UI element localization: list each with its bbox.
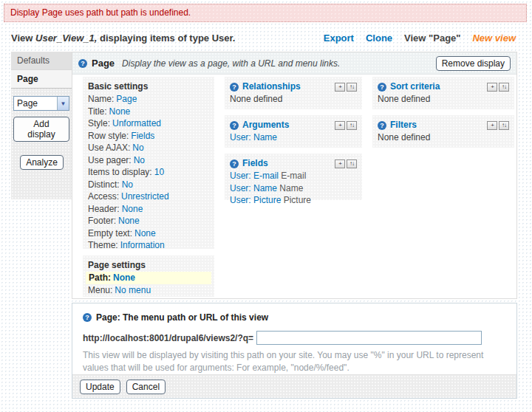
tab-defaults[interactable]: Defaults (11, 52, 72, 70)
add-icon[interactable]: + (487, 121, 497, 130)
view-actions: Export Clone View "Page" New view (324, 32, 516, 44)
basic-settings-heading: Basic settings (88, 80, 209, 93)
display-header: ? Page Display the view as a page, with … (72, 52, 516, 75)
field-row: User: Picture Picture (230, 194, 357, 207)
display-settings-box: ? Page Display the view as a page, with … (72, 52, 517, 299)
view-title-suffix: displaying items of type User. (97, 32, 235, 44)
view-header: View User_View_1, displaying items of ty… (11, 32, 525, 44)
setting-row-style-link[interactable]: Fields (131, 131, 154, 141)
page-settings-heading: Page settings (88, 259, 209, 272)
path-setting-row: Path:None (86, 272, 211, 284)
chevron-down-icon: ▼ (57, 97, 69, 110)
arguments-title-link[interactable]: Arguments (242, 119, 335, 131)
setting-row: Use AJAX:No (88, 142, 209, 154)
remove-display-button[interactable]: Remove display (436, 56, 511, 71)
rearrange-icon[interactable]: ↑↓ (347, 121, 357, 130)
setting-menu-link[interactable]: No menu (115, 285, 151, 295)
setting-style-link[interactable]: Unformatted (112, 118, 161, 128)
filters-empty: None defined (378, 131, 509, 144)
sort-criteria-panel: ? Sort criteria + ↑↓ None defined (372, 77, 514, 109)
setting-items-link[interactable]: 10 (154, 167, 164, 177)
help-icon[interactable]: ? (230, 83, 239, 92)
path-description: This view will be displayed by visiting … (83, 349, 508, 374)
rearrange-icon[interactable]: ↑↓ (499, 83, 509, 92)
rearrange-icon[interactable]: ↑↓ (347, 159, 357, 168)
arguments-panel: ? Arguments + ↑↓ User: Name (225, 115, 362, 148)
clone-link[interactable]: Clone (366, 32, 392, 44)
displays-sidebar: Defaults Page Page ▼ Add display Analyze (11, 52, 72, 199)
setting-row: Theme:Information (88, 239, 209, 252)
form-actions: Update Cancel (72, 374, 516, 398)
setting-row: Title:None (88, 106, 209, 118)
help-icon[interactable]: ? (83, 313, 92, 322)
setting-row: Use pager:No (88, 154, 209, 167)
field-email-link[interactable]: User: E-mail (230, 171, 279, 181)
add-icon[interactable]: + (335, 83, 345, 92)
analyze-button[interactable]: Analyze (20, 155, 64, 170)
path-url-row: http://localhost:8001/drupal6/views2/?q= (83, 331, 506, 345)
view-title: View User_View_1, displaying items of ty… (11, 32, 324, 44)
relationships-title-link[interactable]: Relationships (242, 80, 335, 93)
display-description: Display the view as a page, with a URL a… (122, 58, 436, 69)
setting-row: Footer:None (88, 215, 209, 227)
setting-ajax-link[interactable]: No (132, 143, 143, 153)
help-icon[interactable]: ? (378, 121, 386, 130)
rearrange-icon[interactable]: ↑↓ (499, 121, 509, 130)
setting-row: Access:Unrestricted (88, 190, 209, 203)
filters-title-link[interactable]: Filters (390, 119, 487, 131)
relationships-empty: None defined (230, 93, 357, 106)
url-prefix: http://localhost:8001/drupal6/views2/?q= (83, 333, 253, 343)
setting-row: Header:None (88, 203, 209, 216)
error-message: Display Page uses path but path is undef… (10, 7, 191, 18)
help-icon[interactable]: ? (378, 83, 386, 92)
path-form-title-row: ? Page: The menu path or URL of this vie… (83, 312, 506, 323)
display-type-select[interactable]: Page ▼ (13, 96, 69, 111)
fields-panel: ? Fields + ↑↓ User: E-mail E-mail User: … (225, 154, 362, 200)
sort-criteria-empty: None defined (378, 93, 509, 106)
setting-header-link[interactable]: None (122, 204, 143, 214)
add-icon[interactable]: + (335, 121, 345, 130)
tab-page[interactable]: Page (11, 70, 72, 89)
page-settings-panel: Page settings Path:None Menu:No menu (83, 255, 214, 297)
argument-row: User: Name (230, 131, 357, 144)
cancel-button[interactable]: Cancel (126, 380, 166, 394)
display-title: Page (92, 58, 115, 69)
setting-row: Name:Page (88, 93, 209, 106)
field-row: User: Name Name (230, 182, 357, 195)
help-icon[interactable]: ? (230, 159, 239, 168)
path-form-title: Page: The menu path or URL of this view (96, 312, 268, 323)
setting-path-link[interactable]: None (113, 272, 135, 283)
sort-criteria-title-link[interactable]: Sort criteria (390, 80, 487, 93)
setting-empty-text-link[interactable]: None (134, 228, 156, 238)
setting-access-link[interactable]: Unrestricted (121, 191, 169, 202)
update-button[interactable]: Update (80, 380, 120, 394)
add-icon[interactable]: + (335, 159, 345, 168)
setting-title-link[interactable]: None (109, 106, 131, 117)
setting-name-link[interactable]: Page (116, 94, 137, 104)
setting-pager-link[interactable]: No (134, 155, 145, 165)
help-icon[interactable]: ? (78, 59, 87, 68)
add-display-button[interactable]: Add display (13, 117, 69, 142)
setting-row: Distinct:No (88, 179, 209, 191)
fields-title-link[interactable]: Fields (242, 157, 335, 170)
field-name-link[interactable]: User: Name (230, 183, 277, 193)
field-picture-link[interactable]: User: Picture (230, 195, 281, 205)
add-icon[interactable]: + (487, 83, 497, 92)
display-type-select-value: Page (14, 98, 57, 109)
rearrange-icon[interactable]: ↑↓ (347, 83, 357, 92)
field-row: User: E-mail E-mail (230, 170, 357, 182)
setting-distinct-link[interactable]: No (122, 179, 133, 190)
error-banner: Display Page uses path but path is undef… (4, 4, 527, 22)
help-icon[interactable]: ? (230, 121, 239, 130)
setting-row: Empty text:None (88, 227, 209, 240)
setting-theme-link[interactable]: Information (120, 240, 165, 250)
basic-settings-panel: Basic settings Name:Page Title:None Styl… (83, 77, 214, 249)
path-input[interactable] (256, 331, 482, 345)
new-view-link[interactable]: New view (472, 32, 516, 44)
setting-footer-link[interactable]: None (118, 216, 140, 226)
menu-setting-row: Menu:No menu (88, 284, 209, 297)
view-title-prefix: View (11, 32, 35, 44)
export-link[interactable]: Export (324, 32, 354, 44)
view-page-link[interactable]: View "Page" (404, 32, 460, 44)
argument-link[interactable]: User: Name (230, 132, 277, 143)
